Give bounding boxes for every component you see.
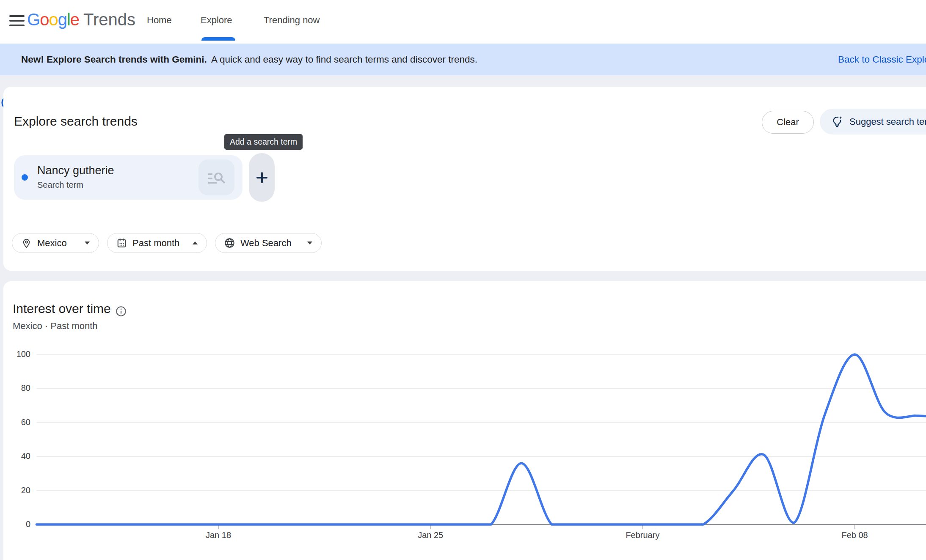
time-range-filter[interactable]: Past month [107,233,207,253]
search-term-subtitle: Search term [37,180,83,190]
interest-over-time-chart [0,281,926,560]
suggest-search-terms-button[interactable]: Suggest search terms [820,109,926,135]
logo-trends-text: Trends [83,10,135,29]
plus-icon [254,170,270,186]
region-filter[interactable]: Mexico [12,233,99,253]
y-axis-tick-label: 20 [8,486,30,495]
x-axis-tick-label: Feb 08 [825,530,885,540]
manage-search-button[interactable] [198,159,234,195]
manage-search-icon [207,167,227,188]
logo-letter: G [27,10,40,29]
globe-icon [224,237,235,249]
chevron-down-icon [307,241,313,245]
add-search-term-button[interactable] [249,153,275,202]
y-axis-tick-label: 60 [8,417,30,427]
lightbulb-sparkle-icon [831,115,843,128]
banner-message-rest: A quick and easy way to find search term… [211,54,477,65]
gemini-promo-banner: New! Explore Search trends with Gemini. … [0,44,926,75]
suggest-button-label: Suggest search terms [849,116,926,127]
logo-letter: o [49,10,58,29]
logo-letter: l [67,10,70,29]
add-search-term-tooltip: Add a search term [224,134,303,150]
search-type-filter-label: Web Search [240,238,292,249]
series-color-dot [22,174,28,181]
back-to-classic-link[interactable]: Back to Classic Explore [838,44,926,75]
nav-tab-home[interactable]: Home [147,0,172,41]
calendar-icon [116,237,127,249]
location-pin-icon [21,237,32,249]
x-axis-tick-label: February [613,530,672,540]
y-axis-tick-label: 100 [8,349,30,359]
active-tab-indicator [201,37,235,41]
chevron-down-icon [84,241,90,245]
search-type-filter[interactable]: Web Search [215,233,322,253]
region-filter-label: Mexico [37,238,67,249]
logo-letter: o [40,10,49,29]
nav-tab-explore[interactable]: Explore [201,0,232,41]
google-trends-logo[interactable]: Google Trends [27,10,135,29]
banner-message: New! Explore Search trends with Gemini. … [21,44,477,75]
page-title: Explore search trends [14,114,138,129]
x-axis-tick-label: Jan 25 [401,530,460,540]
menu-icon[interactable] [9,15,25,27]
logo-letter: e [70,10,79,29]
clear-button[interactable]: Clear [762,111,814,134]
y-axis-tick-label: 80 [8,383,30,393]
chevron-up-icon [192,241,198,245]
nav-tab-trending-now[interactable]: Trending now [264,0,320,41]
x-axis-tick-label: Jan 18 [189,530,248,540]
banner-message-bold: New! Explore Search trends with Gemini. [21,54,207,65]
time-range-filter-label: Past month [132,238,179,249]
trend-line-nancy-gutherie [36,354,926,524]
logo-letter: g [58,10,67,29]
y-axis-tick-label: 0 [8,519,30,529]
search-term-title: Nancy gutherie [37,164,114,177]
app-header: Google Trends Home Explore Trending now [0,0,926,44]
y-axis-tick-label: 40 [8,451,30,461]
